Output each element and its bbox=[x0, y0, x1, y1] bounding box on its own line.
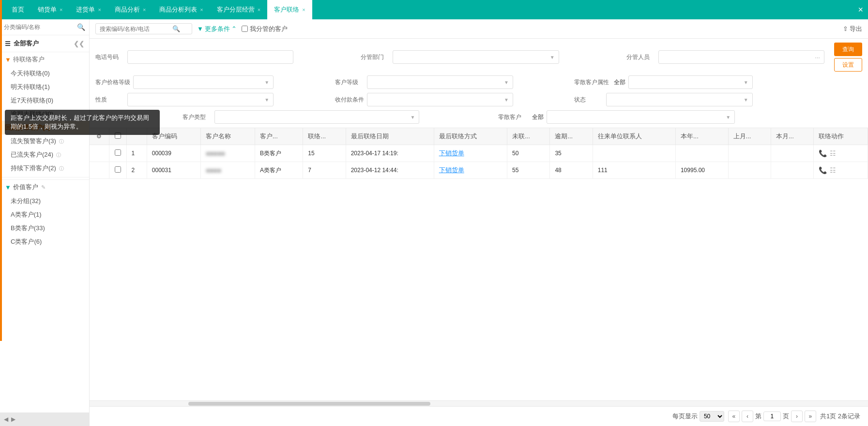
filter-search-box[interactable]: 🔍 bbox=[95, 23, 192, 34]
settings-button[interactable]: 设置 bbox=[834, 58, 862, 72]
grade-select[interactable]: ▼ bbox=[133, 75, 274, 89]
level-filter-item: 客户等级 ▼ bbox=[335, 75, 513, 89]
export-button[interactable]: ⇧ 导出 bbox=[843, 25, 862, 33]
nav-customer-contact[interactable]: 客户联络 × bbox=[267, 0, 312, 19]
page-first-button[interactable]: « bbox=[728, 411, 740, 422]
phone-input[interactable] bbox=[127, 50, 293, 64]
lost-warning-info-icon[interactable]: ⓘ bbox=[59, 139, 64, 144]
my-customer-checkbox[interactable] bbox=[242, 26, 248, 32]
sidebar-item-today-pending[interactable]: 今天待联络(0) bbox=[0, 67, 89, 80]
nav-close-sales-order[interactable]: × bbox=[60, 7, 62, 13]
sidebar-item-tomorrow-pending[interactable]: 明天待联络(1) bbox=[0, 80, 89, 94]
th-name[interactable]: 客户名称 bbox=[201, 128, 255, 145]
sidebar-item-declining[interactable]: 持续下滑客户(2) ⓘ bbox=[0, 162, 89, 175]
sidebar-item-class-b[interactable]: B类客户(33) bbox=[0, 221, 89, 235]
page-next-button[interactable]: › bbox=[791, 411, 803, 422]
sidebar-value-group-header[interactable]: ▼ 价值客户 ✎ bbox=[0, 179, 89, 194]
sidebar-search-icon[interactable]: 🔍 bbox=[77, 23, 85, 31]
retail-customer-value: 全部 bbox=[532, 113, 544, 121]
sidebar-all-customers-title: ☰ 全部客户 ❮❮ bbox=[0, 35, 89, 52]
page-number-input[interactable] bbox=[763, 411, 781, 421]
person-more-icon[interactable]: ··· bbox=[815, 54, 820, 61]
row-2-checkbox[interactable] bbox=[115, 166, 121, 173]
page-prev-button[interactable]: ‹ bbox=[742, 411, 753, 422]
td-checkbox-2[interactable] bbox=[109, 162, 126, 179]
th-last-contact-way[interactable]: 最后联络方式 bbox=[434, 128, 507, 145]
sidebar-collapse-icon[interactable]: ❮❮ bbox=[74, 40, 84, 47]
th-overdue[interactable]: 逾期... bbox=[550, 128, 593, 145]
th-type[interactable]: 客户... bbox=[255, 128, 303, 145]
filter-search-icon[interactable]: 🔍 bbox=[172, 25, 180, 32]
sidebar-search-input[interactable] bbox=[4, 24, 77, 30]
th-code[interactable]: 客户编码 bbox=[147, 128, 201, 145]
row-1-checkbox[interactable] bbox=[115, 149, 121, 156]
retail-attr-select[interactable]: ▼ bbox=[628, 75, 752, 89]
sidebar-item-repurchase-abnormal[interactable]: 回购异常客户(2) ⓘ bbox=[0, 121, 89, 134]
person-select[interactable]: ··· bbox=[658, 50, 824, 64]
sidebar-item-class-a[interactable]: A类客户(1) bbox=[0, 208, 89, 221]
th-last-contact-date[interactable]: 最后联络日期 bbox=[346, 128, 434, 145]
dept-select[interactable]: ▼ bbox=[393, 50, 559, 64]
th-last-month[interactable]: 上月... bbox=[728, 128, 771, 145]
bottom-right-arrow[interactable]: ▶ bbox=[11, 416, 15, 423]
horizontal-scrollbar[interactable] bbox=[90, 400, 868, 406]
sidebar-item-overdue-pending[interactable]: 逾期未联络(30) bbox=[0, 107, 89, 121]
th-not-contacted[interactable]: 未联... bbox=[507, 128, 549, 145]
td-last-contact-way-1[interactable]: 下销货单 bbox=[434, 145, 507, 162]
sidebar-item-ungrouped[interactable]: 未分组(32) bbox=[0, 194, 89, 208]
nav-close-product-analysis[interactable]: × bbox=[143, 7, 146, 13]
th-this-year[interactable]: 本年... bbox=[675, 128, 728, 145]
th-gear[interactable]: ⚙ bbox=[90, 128, 109, 145]
page-last-button[interactable]: » bbox=[805, 411, 816, 422]
status-select[interactable]: ▼ bbox=[606, 93, 752, 106]
th-checkbox[interactable] bbox=[109, 128, 126, 145]
level-select[interactable]: ▼ bbox=[367, 75, 513, 89]
nav-close-purchase-order[interactable]: × bbox=[98, 7, 101, 13]
td-last-contact-way-2[interactable]: 下销货单 bbox=[434, 162, 507, 179]
nav-close-customer-contact[interactable]: × bbox=[302, 7, 305, 13]
more-conditions-button[interactable]: ▼ 更多条件 ⌃ bbox=[197, 25, 237, 33]
page-navigation: « ‹ 第 页 › » bbox=[728, 411, 816, 422]
more-dots-icon[interactable]: ... bbox=[97, 113, 104, 121]
already-lost-info-icon[interactable]: ⓘ bbox=[56, 152, 61, 158]
page-size-dropdown[interactable]: 50 100 200 bbox=[700, 411, 724, 422]
query-button[interactable]: 查询 bbox=[834, 43, 862, 56]
th-contact[interactable]: 联络... bbox=[303, 128, 346, 145]
select-all-checkbox[interactable] bbox=[115, 132, 121, 139]
nav-close-all-button[interactable]: × bbox=[858, 5, 863, 15]
action-qr-icon-2[interactable]: ☷ bbox=[830, 166, 836, 174]
td-checkbox-1[interactable] bbox=[109, 145, 126, 162]
nav-customer-segment[interactable]: 客户分层经营 × bbox=[210, 0, 267, 19]
action-qr-icon-1[interactable]: ☷ bbox=[830, 149, 836, 157]
retail-customer-select[interactable]: ▼ bbox=[547, 110, 735, 124]
sidebar-edit-icon[interactable]: ✎ bbox=[41, 184, 46, 191]
th-contact-person[interactable]: 往来单位联系人 bbox=[593, 128, 675, 145]
sidebar-item-lost-warning[interactable]: 流失预警客户(3) ⓘ bbox=[0, 134, 89, 148]
nav-purchase-order[interactable]: 进货单 × bbox=[69, 0, 107, 19]
nav-sales-order[interactable]: 销货单 × bbox=[31, 0, 69, 19]
action-phone-icon-1[interactable]: 📞 bbox=[819, 149, 827, 157]
sidebar-item-class-c[interactable]: C类客户(6) bbox=[0, 235, 89, 249]
declining-info-icon[interactable]: ⓘ bbox=[59, 166, 64, 171]
nav-product-analysis-list[interactable]: 商品分析列表 × bbox=[152, 0, 210, 19]
sidebar: 🔍 ☰ 全部客户 ❮❮ ▼ 待联络客户 今天待联络(0) 明天待联络(1) 近7… bbox=[0, 19, 90, 426]
th-this-month[interactable]: 本月... bbox=[771, 128, 813, 145]
repurchase-info-icon[interactable]: ⓘ bbox=[52, 124, 57, 131]
filter-icon: ▼ bbox=[197, 25, 203, 32]
gender-select[interactable]: ▼ bbox=[127, 93, 274, 106]
nav-close-customer-segment[interactable]: × bbox=[258, 7, 260, 13]
payment-select[interactable]: ▼ bbox=[367, 93, 513, 106]
action-phone-icon-2[interactable]: 📞 bbox=[819, 166, 827, 174]
nav-product-analysis[interactable]: 商品分析 × bbox=[108, 0, 152, 19]
bottom-left-arrow[interactable]: ◀ bbox=[4, 416, 8, 423]
sidebar-pending-group[interactable]: ▼ 待联络客户 bbox=[0, 52, 89, 67]
sidebar-item-already-lost[interactable]: 已流失客户(24) ⓘ bbox=[0, 148, 89, 162]
nav-close-product-analysis-list[interactable]: × bbox=[200, 7, 203, 13]
scrollbar-thumb[interactable] bbox=[188, 402, 430, 406]
filter-search-input[interactable] bbox=[100, 26, 172, 32]
my-customer-checkbox-container[interactable]: 我分管的客户 bbox=[242, 25, 288, 33]
customer-type-select[interactable]: ▼ bbox=[214, 110, 419, 124]
nav-home[interactable]: 首页 bbox=[5, 0, 31, 19]
th-index bbox=[126, 128, 147, 145]
sidebar-item-7day-pending[interactable]: 近7天待联络(0) bbox=[0, 94, 89, 107]
